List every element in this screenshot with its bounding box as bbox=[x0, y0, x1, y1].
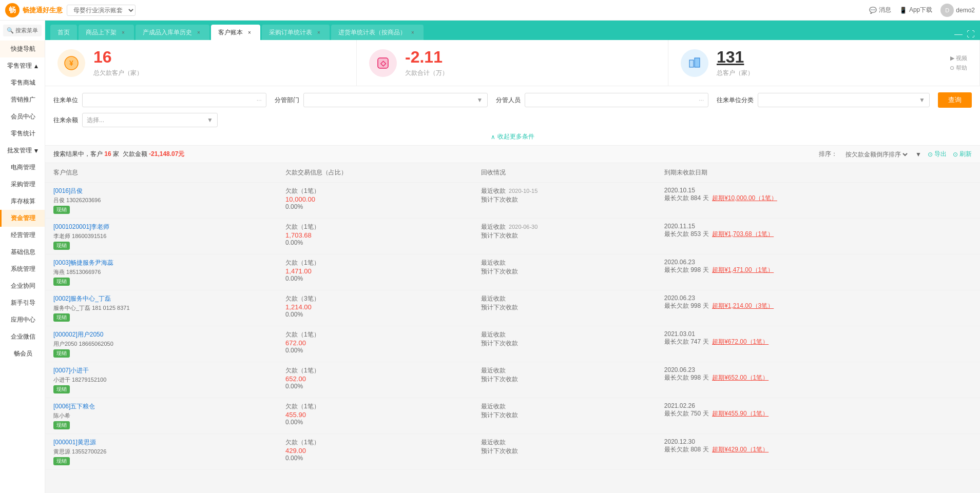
video-link[interactable]: ▶ 视频 bbox=[950, 54, 967, 62]
tab-customer-account-close[interactable]: × bbox=[246, 29, 253, 36]
search-button[interactable]: 查询 bbox=[938, 92, 972, 108]
customer-name-link-1[interactable]: [0001020001]李老师 bbox=[53, 223, 109, 230]
person-input[interactable]: ··· bbox=[525, 93, 709, 107]
debt-count-2: 欠款（1笔） bbox=[285, 259, 465, 267]
app-download-label: App下载 bbox=[909, 6, 932, 14]
sidebar-item-retail-mgmt[interactable]: 零售管理 ▲ bbox=[0, 57, 45, 74]
filter-balance: 往来余额 选择... ▼ bbox=[53, 113, 218, 127]
overdue-link-7[interactable]: 超期¥429.00（1笔） bbox=[712, 446, 768, 453]
tab-stock-stats[interactable]: 进货单统计表（按商品） × bbox=[331, 25, 424, 40]
overdue-link-0[interactable]: 超期¥10,000.00（1笔） bbox=[712, 194, 777, 202]
sidebar-item-wholesale-mgmt[interactable]: 批发管理 ▼ bbox=[0, 142, 45, 159]
customer-name-link-0[interactable]: [0016]吕俊 bbox=[53, 187, 83, 194]
dept-select[interactable]: ▼ bbox=[303, 93, 488, 107]
sidebar-item-inventory[interactable]: 库存核算 bbox=[0, 193, 45, 210]
user-action[interactable]: D demo2 bbox=[940, 4, 975, 17]
sidebar-item-marketing[interactable]: 营销推广 bbox=[0, 91, 45, 108]
sidebar-item-retail-store[interactable]: 零售商城 bbox=[0, 74, 45, 91]
table-row: [0001020001]李老师 李老师 18600391516 现销 欠款（1笔… bbox=[45, 219, 980, 254]
tab-purchase-order-stats[interactable]: 采购订单统计表 × bbox=[262, 25, 330, 40]
sort-select[interactable]: 按欠款金额倒序排序 bbox=[843, 150, 909, 159]
table-row: [0016]吕俊 吕俊 13026203696 现销 欠款（1笔） 10,000… bbox=[45, 183, 980, 219]
next-collect-label-1: 预计下次收款 bbox=[481, 231, 648, 240]
tab-minimize-button[interactable]: — bbox=[953, 29, 964, 40]
table-row: [0003]畅捷服务尹海蕊 海燕 18513066976 现销 欠款（1笔） 1… bbox=[45, 254, 980, 290]
collapse-button[interactable]: ∧ 收起更多条件 bbox=[491, 132, 534, 141]
tab-stock-stats-close[interactable]: × bbox=[409, 29, 416, 36]
tab-stock-stats-label: 进货单统计表（按商品） bbox=[338, 28, 406, 37]
max-days-row-6: 最长欠款 750 天 超期¥455.90（1笔） bbox=[664, 409, 972, 418]
sidebar-item-ecommerce[interactable]: 电商管理 bbox=[0, 159, 45, 176]
cell-due-5: 2020.06.23 最长欠款 998 天 超期¥652.00（1笔） bbox=[656, 362, 980, 398]
customer-badge-0: 现销 bbox=[53, 206, 70, 214]
message-action[interactable]: 💬 消息 bbox=[869, 6, 891, 14]
overdue-link-4[interactable]: 超期¥672.00（1笔） bbox=[712, 338, 768, 345]
sidebar-item-member[interactable]: 会员中心 bbox=[0, 108, 45, 125]
app-download-action[interactable]: 📱 App下载 bbox=[899, 6, 932, 14]
cell-debt-1: 欠款（1笔） 1,703.68 0.00% bbox=[277, 219, 473, 254]
customer-name-link-3[interactable]: [0002]服务中心_丁磊 bbox=[53, 295, 111, 302]
customer-name-link-4[interactable]: [000002]用户2050 bbox=[53, 331, 103, 338]
sidebar-item-guide[interactable]: 新手引导 bbox=[0, 294, 45, 311]
tab-product-shelf-close[interactable]: × bbox=[120, 29, 127, 36]
balance-chevron-icon: ▼ bbox=[207, 116, 213, 124]
overdue-link-2[interactable]: 超期¥1,471.00（1笔） bbox=[712, 266, 774, 273]
tab-stock-history-close[interactable]: × bbox=[195, 29, 202, 36]
overdue-link-6[interactable]: 超期¥455.90（1笔） bbox=[712, 410, 768, 417]
store-selector[interactable]: 母婴行业演示账套 bbox=[67, 5, 136, 16]
sidebar-item-quick-nav[interactable]: 快捷导航 bbox=[0, 41, 45, 57]
sidebar-item-operations[interactable]: 经营管理 bbox=[0, 227, 45, 244]
debt-count-7: 欠款（1笔） bbox=[285, 438, 465, 447]
avatar: D bbox=[940, 4, 954, 17]
overdue-link-5[interactable]: 超期¥652.00（1笔） bbox=[712, 374, 768, 381]
overdue-link-1[interactable]: 超期¥1,703.68（1笔） bbox=[712, 230, 774, 238]
sidebar-item-basic-info[interactable]: 基础信息 bbox=[0, 244, 45, 261]
overdue-link-3[interactable]: 超期¥1,214.00（3笔） bbox=[712, 302, 774, 309]
sidebar-item-purchase[interactable]: 采购管理 bbox=[0, 176, 45, 193]
cell-customer-3: [0002]服务中心_丁磊 服务中心_丁磊 181 0125 8371 现销 bbox=[45, 290, 277, 326]
sidebar-item-finance[interactable]: 资金管理 bbox=[0, 210, 45, 227]
max-days-row-4: 最长欠款 747 天 超期¥672.00（1笔） bbox=[664, 338, 972, 346]
table-header-row: 客户信息 欠款交易信息（占比） 回收情况 到期未收款日期 bbox=[45, 163, 980, 183]
cell-customer-0: [0016]吕俊 吕俊 13026203696 现销 bbox=[45, 183, 277, 219]
customer-name-link-7[interactable]: [000001]黄思源 bbox=[53, 439, 96, 446]
next-collect-label-3: 预计下次收款 bbox=[481, 303, 648, 312]
next-collect-label-6: 预计下次收款 bbox=[481, 411, 648, 420]
tab-purchase-order-stats-close[interactable]: × bbox=[315, 29, 322, 36]
balance-select[interactable]: 选择... ▼ bbox=[82, 113, 218, 127]
sidebar-item-member2[interactable]: 畅会员 bbox=[0, 345, 45, 362]
customer-name-link-5[interactable]: [0007]小进干 bbox=[53, 367, 89, 374]
customer-name-link-6[interactable]: [0006]五下粮仓 bbox=[53, 403, 95, 410]
last-collect-label-0: 最近收款 2020-10-15 bbox=[481, 187, 648, 195]
help-link[interactable]: ⊙ 帮助 bbox=[950, 64, 967, 72]
export-button[interactable]: ⊙ 导出 bbox=[928, 150, 947, 159]
unit-category-select[interactable]: ▼ bbox=[758, 93, 930, 107]
phone-icon: 📱 bbox=[899, 7, 907, 14]
tab-stock-history[interactable]: 产成品入库单历史 × bbox=[136, 25, 209, 40]
debt-count-6: 欠款（1笔） bbox=[285, 402, 465, 411]
customer-badge-2: 现销 bbox=[53, 278, 70, 286]
source-unit-input[interactable]: ··· bbox=[82, 93, 266, 107]
cell-due-6: 2021.02.26 最长欠款 750 天 超期¥455.90（1笔） bbox=[656, 398, 980, 434]
tab-home[interactable]: 首页 bbox=[50, 25, 77, 40]
sidebar-item-system[interactable]: 系统管理 bbox=[0, 261, 45, 278]
sidebar-item-wechat[interactable]: 企业微信 bbox=[0, 328, 45, 345]
debt-amount-7: 429.00 bbox=[285, 447, 465, 455]
sidebar-item-collab[interactable]: 企业协同 bbox=[0, 278, 45, 294]
next-collect-label-4: 预计下次收款 bbox=[481, 339, 648, 348]
tab-customer-account[interactable]: 客户账本 × bbox=[211, 25, 260, 40]
customer-name-link-2[interactable]: [0003]畅捷服务尹海蕊 bbox=[53, 259, 113, 266]
table-row: [0007]小进干 小进干 18279152100 现销 欠款（1笔） 652.… bbox=[45, 362, 980, 398]
unit-category-chevron-icon: ▼ bbox=[919, 96, 925, 104]
tab-product-shelf[interactable]: 商品上下架 × bbox=[79, 25, 134, 40]
search-menu-button[interactable]: 🔍 搜索菜单 bbox=[3, 25, 42, 36]
refresh-button[interactable]: ⊙ 刷新 bbox=[953, 150, 972, 159]
tab-maximize-button[interactable]: ⛶ bbox=[966, 29, 976, 40]
filter-person: 分管人员 ··· bbox=[496, 93, 709, 107]
cell-due-7: 2020.12.30 最长欠款 808 天 超期¥429.00（1笔） bbox=[656, 434, 980, 470]
sidebar-item-retail-stats[interactable]: 零售统计 bbox=[0, 125, 45, 142]
tab-actions: — ⛶ bbox=[949, 29, 980, 40]
debt-amount-6: 455.90 bbox=[285, 411, 465, 419]
sidebar-item-app-center[interactable]: 应用中心 bbox=[0, 311, 45, 328]
debt-pct-7: 0.00% bbox=[285, 455, 465, 462]
